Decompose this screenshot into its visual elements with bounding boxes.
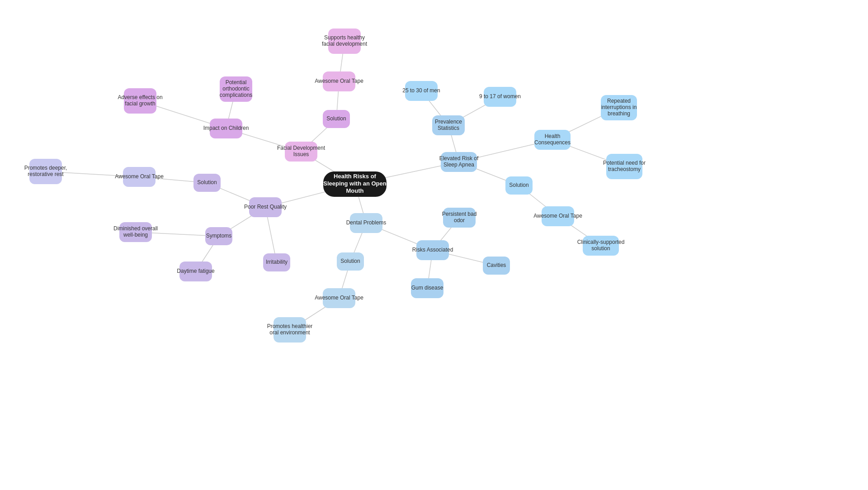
svg-text:Irritability: Irritability (266, 259, 288, 265)
svg-text:orthodontic: orthodontic (222, 86, 249, 92)
svg-text:well-being: well-being (123, 232, 148, 238)
svg-text:complications: complications (220, 92, 253, 98)
svg-text:Symptoms: Symptoms (206, 233, 232, 239)
svg-text:Potential need for: Potential need for (603, 160, 646, 166)
svg-text:Health Risks of: Health Risks of (334, 173, 377, 180)
svg-text:Cavities: Cavities (487, 262, 506, 268)
svg-text:Adverse effects on: Adverse effects on (118, 94, 162, 100)
svg-text:restorative rest: restorative rest (28, 171, 64, 177)
svg-text:Persistent bad: Persistent bad (442, 211, 477, 217)
svg-text:Diminished overall: Diminished overall (113, 225, 158, 232)
svg-text:Promotes healthier: Promotes healthier (267, 323, 313, 329)
svg-text:tracheostomy: tracheostomy (608, 166, 641, 172)
svg-text:solution: solution (591, 245, 610, 252)
svg-text:Sleep Apnea: Sleep Apnea (443, 162, 474, 168)
svg-text:Promotes deeper,: Promotes deeper, (24, 165, 67, 171)
svg-text:Dental Problems: Dental Problems (346, 219, 387, 226)
svg-text:Consequences: Consequences (534, 139, 571, 146)
svg-text:Awesome Oral Tape: Awesome Oral Tape (115, 173, 164, 180)
svg-text:Supports healthy: Supports healthy (324, 34, 365, 41)
svg-text:Potential: Potential (226, 79, 247, 86)
svg-text:Solution: Solution (326, 115, 346, 122)
svg-text:Mouth: Mouth (346, 187, 364, 194)
svg-text:Risks Associated: Risks Associated (412, 247, 453, 253)
svg-text:facial growth: facial growth (125, 100, 155, 107)
svg-text:interruptions in: interruptions in (601, 104, 637, 110)
svg-text:Daytime fatigue: Daytime fatigue (177, 268, 215, 274)
svg-text:Solution: Solution (197, 179, 217, 186)
svg-text:odor: odor (454, 217, 465, 224)
svg-text:Solution: Solution (340, 258, 360, 264)
svg-text:Statistics: Statistics (438, 125, 459, 131)
svg-text:Repeated: Repeated (607, 98, 631, 104)
svg-text:25 to 30 of men: 25 to 30 of men (402, 87, 440, 94)
svg-text:Solution: Solution (509, 182, 528, 188)
svg-text:breathing: breathing (608, 110, 630, 117)
svg-text:9 to 17 of women: 9 to 17 of women (479, 93, 521, 100)
svg-text:Awesome Oral Tape: Awesome Oral Tape (315, 78, 363, 84)
svg-text:oral environment: oral environment (269, 329, 310, 336)
svg-text:Sleeping with an Open: Sleeping with an Open (323, 180, 386, 187)
mindmap-svg: Health Risks ofSleeping with an OpenMout… (0, 0, 868, 490)
svg-text:Elevated Risk of: Elevated Risk of (439, 155, 479, 162)
svg-text:Health: Health (545, 133, 561, 139)
svg-text:Issues: Issues (293, 151, 309, 157)
svg-text:Prevalence: Prevalence (435, 119, 462, 125)
svg-text:Poor Rest Quality: Poor Rest Quality (244, 204, 287, 210)
svg-text:Awesome Oral Tape: Awesome Oral Tape (315, 295, 363, 301)
svg-text:Awesome Oral Tape: Awesome Oral Tape (533, 213, 582, 219)
svg-text:Impact on Children: Impact on Children (203, 125, 249, 131)
svg-text:facial development: facial development (322, 41, 368, 47)
svg-text:Clinically-supported: Clinically-supported (577, 239, 625, 245)
svg-text:Gum disease: Gum disease (411, 285, 443, 291)
svg-text:Facial Development: Facial Development (277, 145, 326, 151)
